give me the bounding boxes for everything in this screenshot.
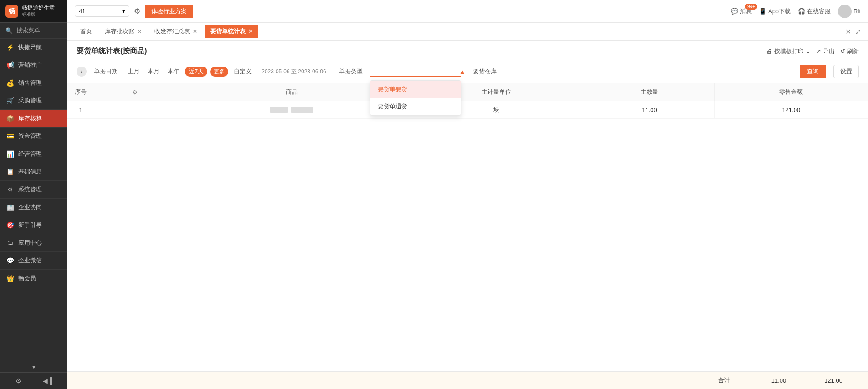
sidebar-item-inventory[interactable]: 📦库存核算 — [0, 110, 67, 128]
query-btn[interactable]: 查询 — [800, 65, 826, 78]
type-label: 单据类型 — [339, 67, 363, 76]
topbar-left: 41 ▾ ⚙ 体验行业方案 — [75, 5, 193, 18]
sidebar-item-label-enterprise: 企业协同 — [18, 203, 42, 211]
gear-icon[interactable]: ⚙ — [132, 89, 138, 96]
search-icon: 🔍 — [5, 27, 13, 34]
headset-icon: 🎧 — [798, 8, 805, 15]
tab-close-inventory-batch[interactable]: ✕ — [137, 28, 142, 35]
table-footer: 合计 11.00 121.00 — [67, 371, 868, 389]
app-icon: 📱 — [759, 8, 766, 15]
type-dropdown: 要货单要货 要货单退货 — [370, 80, 461, 116]
message-item[interactable]: 💬 消息 99+ — [731, 7, 752, 15]
sidebar-scroll-down[interactable]: ▾ — [0, 362, 67, 372]
date-btn-last7days[interactable]: 近7天 — [185, 67, 207, 77]
appstore-icon: 🗂 — [5, 239, 15, 246]
system-icon: ⚙ — [5, 186, 15, 193]
sidebar-item-marketing[interactable]: 📢营销推广 — [0, 56, 67, 74]
tab-inventory-batch[interactable]: 库存批次账 ✕ — [99, 25, 147, 38]
chevron-down-icon: ▾ — [122, 8, 125, 15]
cell-seq: 1 — [67, 101, 94, 119]
topbar-settings-icon[interactable]: ⚙ — [134, 7, 140, 15]
tabs-bar: 首页 库存批次账 ✕ 收发存汇总表 ✕ 要货单统计表 ✕ ✕ ⤢ — [67, 23, 868, 41]
expand-tabs-icon[interactable]: ⤢ — [855, 27, 861, 36]
sidebar: 畅 畅捷通好生意 标准版 🔍 搜索菜单 ⚡快捷导航📢营销推广💰销售管理🛒采购管理… — [0, 0, 67, 389]
message-badge: 99+ — [745, 4, 757, 10]
cell-quantity: 11.00 — [585, 101, 714, 119]
date-btn-custom[interactable]: 自定义 — [231, 66, 254, 77]
filter-expand-btn[interactable]: › — [77, 67, 87, 77]
date-buttons: 上月 本月 本年 近7天 更多 自定义 — [125, 66, 254, 77]
tab-label-inventory-batch: 库存批次账 — [105, 27, 134, 36]
sidebar-item-label-marketing: 营销推广 — [18, 61, 42, 69]
tab-home[interactable]: 首页 — [75, 25, 98, 38]
col-gear[interactable]: ⚙ — [94, 83, 175, 101]
tab-shipment-summary[interactable]: 收发存汇总表 ✕ — [149, 25, 203, 38]
tab-requisition-summary[interactable]: 要货单统计表 ✕ — [205, 25, 258, 38]
sidebar-item-sales[interactable]: 💰销售管理 — [0, 74, 67, 92]
sidebar-item-member[interactable]: 👑畅会员 — [0, 270, 67, 287]
tab-label-shipment-summary: 收发存汇总表 — [154, 27, 190, 36]
export-btn[interactable]: ↗ 导出 — [816, 47, 835, 56]
close-all-tabs-icon[interactable]: ✕ — [845, 27, 851, 36]
sidebar-item-label-system: 系统管理 — [18, 185, 42, 194]
date-label: 单据日期 — [94, 67, 118, 76]
online-service-item[interactable]: 🎧 在线客服 — [798, 7, 831, 15]
sidebar-item-finance[interactable]: 💳资金管理 — [0, 128, 67, 145]
sidebar-item-label-inventory: 库存核算 — [18, 114, 42, 123]
user-info[interactable]: Rit — [838, 5, 861, 18]
sidebar-item-appstore[interactable]: 🗂应用中心 — [0, 234, 67, 252]
refresh-btn[interactable]: ↺ 刷新 — [840, 47, 859, 56]
sidebar-item-guide[interactable]: 🎯新手引导 — [0, 216, 67, 234]
warehouse-label: 要货仓库 — [473, 67, 497, 76]
sidebar-item-quick-nav[interactable]: ⚡快捷导航 — [0, 39, 67, 56]
quick-nav-icon: ⚡ — [5, 44, 15, 51]
page-title: 要货单统计表(按商品) — [77, 46, 147, 56]
table-row: 1 块 11.00 121.00 — [67, 101, 868, 119]
footer-amount: 121.00 — [806, 377, 861, 384]
purchase-icon: 🛒 — [5, 97, 15, 104]
logo-text: 畅捷通好生意 标准版 — [22, 5, 55, 18]
sidebar-item-label-finance: 资金管理 — [18, 132, 42, 140]
sidebar-nav: ⚡快捷导航📢营销推广💰销售管理🛒采购管理📦库存核算💳资金管理📊经营管理📋基础信息… — [0, 39, 67, 362]
basics-icon: 📋 — [5, 168, 15, 175]
settings-btn[interactable]: 设置 — [833, 65, 859, 78]
tabs-actions: ✕ ⤢ — [845, 27, 861, 36]
more-filters-icon[interactable]: ··· — [786, 67, 792, 77]
settings-icon[interactable]: ⚙ — [15, 377, 21, 384]
app-download-item[interactable]: 📱 App下载 — [759, 7, 791, 15]
data-table: 序号 ⚙ 商品 主计量单位 主数量 零售金额 1 — [67, 83, 868, 119]
dropdown-item-requisition-return[interactable]: 要货单退货 — [370, 98, 461, 115]
trial-btn[interactable]: 体验行业方案 — [145, 5, 193, 18]
type-select-input[interactable] — [370, 67, 461, 77]
sidebar-item-operations[interactable]: 📊经营管理 — [0, 145, 67, 163]
page-actions: 🖨 按模板打印 ⌄ ↗ 导出 ↺ 刷新 — [766, 47, 859, 56]
guide-icon: 🎯 — [5, 221, 15, 229]
sidebar-item-label-appstore: 应用中心 — [18, 239, 42, 247]
sales-icon: 💰 — [5, 79, 15, 87]
date-btn-this-year[interactable]: 本年 — [165, 66, 182, 77]
date-btn-up-month[interactable]: 上月 — [125, 66, 142, 77]
print-template-btn[interactable]: 🖨 按模板打印 ⌄ — [766, 47, 811, 56]
wechat-icon: 💬 — [5, 257, 15, 264]
sidebar-search[interactable]: 🔍 搜索菜单 — [0, 23, 67, 39]
date-btn-more[interactable]: 更多 — [210, 67, 228, 77]
sidebar-item-basics[interactable]: 📋基础信息 — [0, 163, 67, 181]
dropdown-item-requisition-order[interactable]: 要货单要货 — [370, 81, 461, 98]
tab-close-requisition-summary[interactable]: ✕ — [248, 28, 253, 35]
collapse-icon[interactable]: ◀▐ — [43, 377, 52, 384]
type-dropdown-chevron[interactable]: ▲ — [459, 68, 466, 75]
filter-bar: › 单据日期 上月 本月 本年 近7天 更多 自定义 2023-05-06 至 … — [67, 60, 868, 83]
table-wrapper: 序号 ⚙ 商品 主计量单位 主数量 零售金额 1 — [67, 83, 868, 371]
sidebar-item-system[interactable]: ⚙系统管理 — [0, 181, 67, 199]
sidebar-item-enterprise[interactable]: 🏢企业协同 — [0, 199, 67, 216]
page-header: 要货单统计表(按商品) 🖨 按模板打印 ⌄ ↗ 导出 ↺ 刷新 — [67, 41, 868, 60]
company-selector[interactable]: 41 ▾ — [75, 5, 129, 17]
date-btn-this-month[interactable]: 本月 — [145, 66, 162, 77]
cell-gear — [94, 101, 175, 119]
sidebar-item-wechat[interactable]: 💬企业微信 — [0, 252, 67, 270]
tab-close-shipment-summary[interactable]: ✕ — [193, 28, 197, 35]
sidebar-item-purchase[interactable]: 🛒采购管理 — [0, 92, 67, 110]
sidebar-item-label-purchase: 采购管理 — [18, 97, 42, 105]
tab-label-home: 首页 — [80, 27, 92, 36]
footer-label: 合计 — [697, 376, 751, 384]
